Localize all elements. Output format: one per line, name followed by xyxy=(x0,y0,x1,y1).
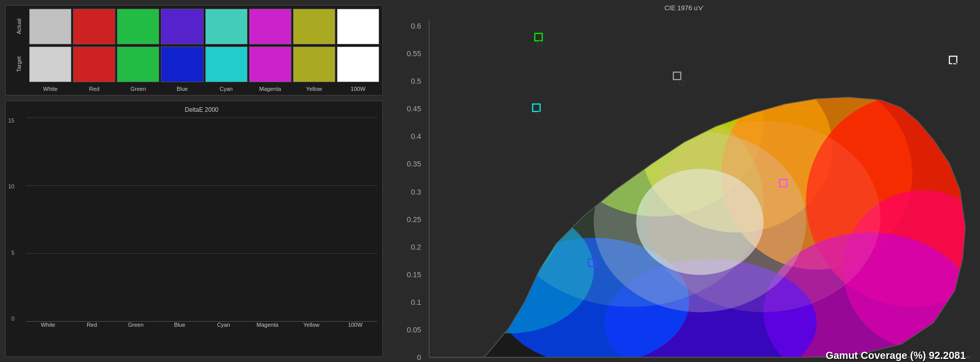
y-label-0: 0 xyxy=(11,316,14,322)
actual-swatch-cyan xyxy=(205,9,248,44)
svg-text:0.55: 0.55 xyxy=(407,50,421,58)
bar-names-row: WhiteRedGreenBlueCyanMagentaYellow100W xyxy=(26,322,377,332)
actual-swatch-green xyxy=(117,9,159,44)
target-swatch-white xyxy=(29,46,71,82)
bar-name-green: Green xyxy=(114,322,158,332)
svg-text:0.45: 0.45 xyxy=(407,105,421,113)
svg-text:0.25: 0.25 xyxy=(407,215,421,224)
y-label-15: 15 xyxy=(8,117,14,124)
bar-name-cyan: Cyan xyxy=(202,322,246,332)
actual-label: Actual xyxy=(9,9,29,44)
right-panel: CIE 1976 u'v' xyxy=(388,0,980,362)
cyan-target-marker xyxy=(533,104,541,112)
bar-name-red: Red xyxy=(70,322,114,332)
actual-swatches xyxy=(29,9,379,44)
target-swatch-green xyxy=(117,46,159,82)
target-swatch-cyan xyxy=(205,46,248,82)
chart-area: 15 10 5 0 WhiteRedGreenBlueCyanMagentaYe… xyxy=(26,117,377,332)
target-swatch-magenta xyxy=(249,46,291,82)
svg-text:0.35: 0.35 xyxy=(407,160,421,168)
target-swatch-100w xyxy=(337,46,379,82)
left-panel: Actual Target WhiteRedGreenBlueCyanMagen… xyxy=(0,0,388,362)
bar-chart-container: DeltaE 2000 15 10 5 0 WhiteRedGreenBlueC… xyxy=(5,101,383,357)
svg-text:0.2: 0.2 xyxy=(411,243,421,251)
target-label: Target xyxy=(9,46,29,82)
white-target-marker xyxy=(673,72,681,80)
svg-text:0.1: 0.1 xyxy=(411,298,421,306)
white-actual-marker xyxy=(679,80,684,85)
actual-swatch-white xyxy=(29,9,71,44)
svg-text:0.05: 0.05 xyxy=(407,326,421,334)
svg-text:0.15: 0.15 xyxy=(407,271,421,279)
actual-swatch-blue xyxy=(161,9,203,44)
swatch-label-yellow: Yellow xyxy=(293,84,335,92)
actual-swatch-red xyxy=(73,9,115,44)
green-target-marker xyxy=(535,33,543,41)
swatch-label-red: Red xyxy=(73,84,115,92)
swatches-container: Actual Target WhiteRedGreenBlueCyanMagen… xyxy=(5,5,383,95)
actual-swatch-magenta xyxy=(249,9,291,44)
swatch-label-blue: Blue xyxy=(161,84,203,92)
y-axis: 15 10 5 0 xyxy=(8,117,14,322)
gamut-coverage-label: Gamut Coverage (%) 92.2081 xyxy=(825,350,966,361)
target-swatches xyxy=(29,46,379,82)
swatch-names-row: WhiteRedGreenBlueCyanMagentaYellow100W xyxy=(29,84,379,92)
svg-text:0.6: 0.6 xyxy=(411,22,421,30)
actual-swatch-yellow xyxy=(293,9,335,44)
target-swatch-yellow xyxy=(293,46,335,82)
swatch-label-100w: 100W xyxy=(337,84,379,92)
swatch-label-green: Green xyxy=(117,84,159,92)
bar-name-100w: 100W xyxy=(333,322,377,332)
actual-swatch-100w xyxy=(337,9,379,44)
target-row: Target xyxy=(9,46,379,82)
bar-name-yellow: Yellow xyxy=(289,322,333,332)
swatch-label-white: White xyxy=(29,84,71,92)
swatch-label-magenta: Magenta xyxy=(249,84,291,92)
svg-text:0.3: 0.3 xyxy=(411,188,421,196)
bar-name-blue: Blue xyxy=(158,322,202,332)
svg-text:0.4: 0.4 xyxy=(411,132,421,140)
swatch-label-cyan: Cyan xyxy=(205,84,248,92)
cie-diagram: 0 0.05 0.1 0.15 0.2 0.25 0.3 0.35 0.4 0.… xyxy=(392,14,976,362)
svg-text:0.5: 0.5 xyxy=(411,77,421,85)
svg-point-63 xyxy=(647,121,880,312)
svg-text:0: 0 xyxy=(417,353,421,361)
cie-chart-wrapper: 0 0.05 0.1 0.15 0.2 0.25 0.3 0.35 0.4 0.… xyxy=(392,14,976,362)
cie-title: CIE 1976 u'v' xyxy=(392,4,976,12)
bar-name-white: White xyxy=(26,322,70,332)
y-label-5: 5 xyxy=(11,250,14,256)
y-label-10: 10 xyxy=(8,183,14,189)
actual-row: Actual xyxy=(9,9,379,44)
target-swatch-blue xyxy=(161,46,203,82)
chart-title: DeltaE 2000 xyxy=(26,106,377,113)
target-swatch-red xyxy=(73,46,115,82)
bar-name-magenta: Magenta xyxy=(246,322,289,332)
svg-point-59 xyxy=(413,68,583,238)
bars-row xyxy=(26,117,377,322)
